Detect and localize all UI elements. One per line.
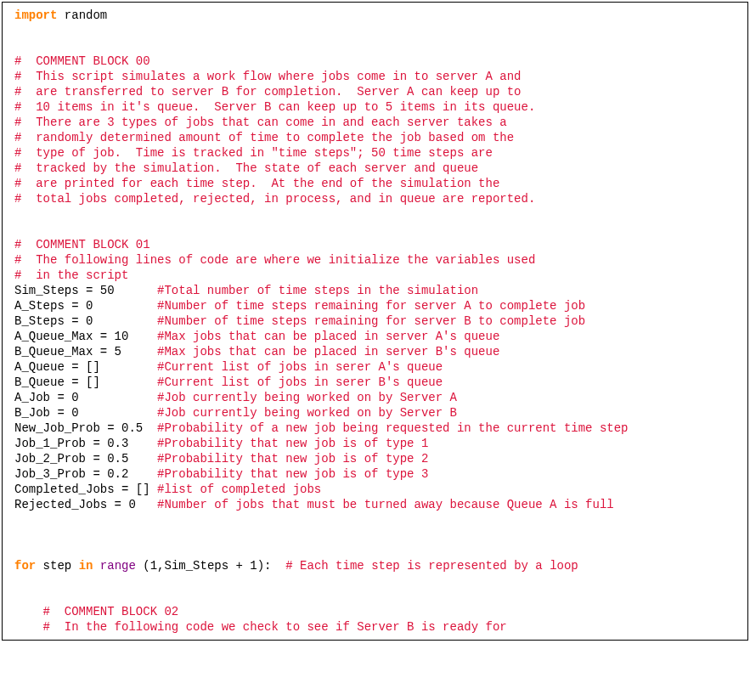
assign-completed-jobs: Completed_Jobs = [] xyxy=(14,483,157,496)
assign-a-steps: A_Steps = 0 xyxy=(14,299,157,313)
comment: #Probability of a new job being requeste… xyxy=(157,421,629,435)
comment: #Probability that new job is of type 2 xyxy=(157,452,428,466)
comment-block-01-header: # COMMENT BLOCK 01 xyxy=(14,238,150,251)
comment: #Total number of time steps in the simul… xyxy=(157,284,478,297)
assign-job2-prob: Job_2_Prob = 0.5 xyxy=(14,452,157,466)
comment: # The following lines of code are where … xyxy=(14,253,535,267)
assign-rejected-jobs: Rejected_Jobs = 0 xyxy=(14,498,157,511)
range-args: (1,Sim_Steps + 1): xyxy=(136,559,285,573)
comment: # This script simulates a work flow wher… xyxy=(14,70,522,83)
comment: # tracked by the simulation. The state o… xyxy=(14,161,478,175)
comment: # Each time step is represented by a loo… xyxy=(285,559,578,573)
comment: # randomly determined amount of time to … xyxy=(14,131,514,144)
assign-new-job-prob: New_Job_Prob = 0.5 xyxy=(14,421,157,435)
assign-job1-prob: Job_1_Prob = 0.3 xyxy=(14,437,157,450)
code-editor-viewport: import random # COMMENT BLOCK 00 # This … xyxy=(2,2,748,641)
comment: #list of completed jobs xyxy=(157,483,321,496)
comment: #Max jobs that can be placed in server A… xyxy=(157,330,499,343)
code-block: import random # COMMENT BLOCK 00 # This … xyxy=(8,4,742,638)
comment: # In the following code we check to see … xyxy=(14,620,507,634)
comment: # type of job. Time is tracked in "time … xyxy=(14,146,493,160)
keyword-for: for xyxy=(14,559,36,573)
comment: #Job currently being worked on by Server… xyxy=(157,406,457,420)
comment: # are transferred to server B for comple… xyxy=(14,85,522,99)
assign-b-job: B_Job = 0 xyxy=(14,406,157,420)
assign-b-queue: B_Queue = [] xyxy=(14,375,157,389)
comment: #Job currently being worked on by Server… xyxy=(157,391,457,404)
assign-job3-prob: Job_3_Prob = 0.2 xyxy=(14,467,157,481)
comment-block-00-header: # COMMENT BLOCK 00 xyxy=(14,54,150,68)
comment: #Max jobs that can be placed in server B… xyxy=(157,345,499,358)
comment: # are printed for each time step. At the… xyxy=(14,177,499,190)
builtin-range: range xyxy=(100,559,136,573)
assign-a-job: A_Job = 0 xyxy=(14,391,157,404)
comment: # in the script xyxy=(14,268,128,282)
assign-b-steps: B_Steps = 0 xyxy=(14,314,157,328)
comment: # There are 3 types of jobs that can com… xyxy=(14,116,507,129)
comment: #Number of time steps remaining for serv… xyxy=(157,299,585,313)
assign-sim-steps: Sim_Steps = 50 xyxy=(14,284,157,297)
module-random: random xyxy=(57,8,107,22)
comment: #Current list of jobs in serer A's queue xyxy=(157,360,443,374)
comment: # 10 items in it's queue. Server B can k… xyxy=(14,100,535,114)
assign-a-queue: A_Queue = [] xyxy=(14,360,157,374)
comment: #Current list of jobs in serer B's queue xyxy=(157,375,443,389)
comment: #Number of jobs that must be turned away… xyxy=(157,498,614,511)
comment-block-02-header: # COMMENT BLOCK 02 xyxy=(14,605,178,618)
comment: #Probability that new job is of type 1 xyxy=(157,437,428,450)
comment: #Probability that new job is of type 3 xyxy=(157,467,428,481)
keyword-in: in xyxy=(79,559,93,573)
comment: #Number of time steps remaining for serv… xyxy=(157,314,585,328)
assign-a-queue-max: A_Queue_Max = 10 xyxy=(14,330,157,343)
keyword-import: import xyxy=(14,8,57,22)
comment: # total jobs completed, rejected, in pro… xyxy=(14,192,535,206)
assign-b-queue-max: B_Queue_Max = 5 xyxy=(14,345,157,358)
loop-var-step: step xyxy=(36,559,78,573)
